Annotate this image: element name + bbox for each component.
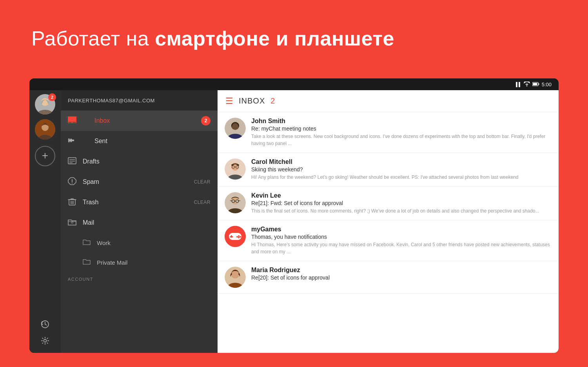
nav-sub-item-private-mail[interactable]: Private Mail <box>61 253 218 272</box>
work-folder-icon <box>83 239 94 247</box>
work-label: Work <box>97 240 111 246</box>
trash-label: Trash <box>83 199 194 206</box>
add-account-button[interactable]: + <box>35 146 55 166</box>
svg-rect-23 <box>71 222 73 223</box>
time-display: 5:00 <box>542 82 552 87</box>
avatar-col-bottom <box>41 320 49 353</box>
trash-clear[interactable]: CLEAR <box>194 200 211 205</box>
email-sender-3: myGames <box>251 226 552 233</box>
email-sender-1: Carol Mitchell <box>251 158 552 165</box>
nav-panel: PARKERTHOMAS87@GMAIL.COM <box>61 90 218 353</box>
svg-point-17 <box>72 183 73 184</box>
account-section-header: ACCOUNT <box>61 272 218 284</box>
mail-label: Mail <box>83 219 211 226</box>
inbox-label: Inbox <box>94 117 201 124</box>
top-banner: Работает на смартфоне и планшете <box>0 0 588 76</box>
email-preview-3: Hi Thomas, Here's some activity you may … <box>251 241 552 255</box>
nav-list: Inbox 2 <box>61 111 218 353</box>
svg-point-48 <box>236 236 238 238</box>
email-content-2: Kevin Lee Re[21]: Fwd: Set of icons for … <box>251 192 552 214</box>
private-mail-folder-icon <box>83 258 94 266</box>
email-content-0: John Smith Re: myChat meeting notes Take… <box>251 118 552 147</box>
svg-point-47 <box>238 237 240 238</box>
device-frame: ▌▌ 5:00 <box>29 78 559 353</box>
status-bar: ▌▌ 5:00 <box>29 78 559 90</box>
drafts-label: Drafts <box>83 158 211 165</box>
email-item-4[interactable]: Maria Rodriguez Re[20]: Set of icons for… <box>218 261 559 294</box>
nav-item-mail[interactable]: Mail <box>61 213 218 233</box>
svg-point-36 <box>232 200 235 203</box>
trash-icon <box>68 197 80 208</box>
email-item-2[interactable]: Kevin Lee Re[21]: Fwd: Set of icons for … <box>218 187 559 220</box>
spam-clear[interactable]: CLEAR <box>194 179 211 185</box>
email-avatar-2 <box>225 192 246 213</box>
sent-label: Sent <box>94 138 211 145</box>
email-avatar-3 <box>225 226 246 247</box>
email-preview-2: This is the final set of icons. No more … <box>251 207 552 214</box>
email-sender-0: John Smith <box>251 118 552 125</box>
email-sender-4: Maria Rodriguez <box>251 267 552 274</box>
nav-sub-item-work[interactable]: Work <box>61 233 218 253</box>
email-item-3[interactable]: myGames Thomas, you have notifications H… <box>218 220 559 261</box>
email-sender-2: Kevin Lee <box>251 192 552 199</box>
email-subject-0: Re: myChat meeting notes <box>251 125 552 132</box>
svg-point-37 <box>236 200 239 203</box>
private-mail-label: Private Mail <box>97 259 127 266</box>
email-subject-3: Thomas, you have notifications <box>251 234 552 240</box>
inbox-envelope-icon <box>68 117 80 125</box>
email-subject-4: Re[20]: Set of icons for approval <box>251 274 552 281</box>
nav-item-sent[interactable]: Sent <box>61 131 218 151</box>
email-avatar-0 <box>225 118 246 139</box>
email-content-4: Maria Rodriguez Re[20]: Set of icons for… <box>251 267 552 282</box>
sent-arrow-icon <box>68 137 80 145</box>
spam-icon <box>68 177 80 187</box>
email-preview-0: Take a look at these screens. New cool b… <box>251 133 552 147</box>
wifi-icon <box>524 82 530 87</box>
email-content-3: myGames Thomas, you have notifications H… <box>251 226 552 255</box>
email-panel: ☰ INBOX 2 <box>218 90 559 353</box>
battery-icon <box>532 82 539 87</box>
email-subject-2: Re[21]: Fwd: Set of icons for approval <box>251 200 552 206</box>
plus-icon: + <box>42 150 48 161</box>
nav-item-trash[interactable]: Trash CLEAR <box>61 192 218 213</box>
nav-item-spam[interactable]: Spam CLEAR <box>61 172 218 192</box>
email-preview-1: Hi! Any plans for the weekend? Let's go … <box>251 174 552 181</box>
email-subject-1: Skiing this weekend? <box>251 166 552 173</box>
mail-folder-icon <box>68 218 80 227</box>
svg-point-46 <box>240 236 241 238</box>
email-avatar-4 <box>225 267 246 288</box>
email-avatar-1 <box>225 158 246 180</box>
unread-badge: 2 <box>48 93 56 101</box>
account-header: PARKERTHOMAS87@GMAIL.COM <box>61 90 218 111</box>
spam-label: Spam <box>83 178 194 185</box>
inbox-title: INBOX <box>239 96 265 105</box>
inbox-badge: 2 <box>201 116 211 125</box>
svg-rect-1 <box>538 83 539 85</box>
signal-icon: ▌▌ <box>516 82 521 87</box>
history-icon[interactable] <box>41 320 49 331</box>
email-list: John Smith Re: myChat meeting notes Take… <box>218 112 559 353</box>
app-content: 2 + <box>29 90 559 353</box>
svg-point-45 <box>238 235 240 237</box>
email-item-1[interactable]: Carol Mitchell Skiing this weekend? Hi! … <box>218 153 559 187</box>
primary-avatar-wrap[interactable]: 2 <box>35 94 55 114</box>
svg-point-9 <box>44 340 47 342</box>
inbox-unread-count: 2 <box>270 96 275 105</box>
svg-rect-44 <box>230 236 233 238</box>
nav-item-inbox[interactable]: Inbox 2 <box>61 111 218 131</box>
banner-text: Работает на смартфоне и планшете <box>31 27 394 50</box>
settings-icon[interactable] <box>41 336 49 347</box>
email-item-0[interactable]: John Smith Re: myChat meeting notes Take… <box>218 112 559 153</box>
drafts-icon <box>68 157 80 166</box>
nav-item-drafts[interactable]: Drafts <box>61 151 218 172</box>
email-content-1: Carol Mitchell Skiing this weekend? Hi! … <box>251 158 552 181</box>
svg-rect-2 <box>533 83 537 85</box>
account-email: PARKERTHOMAS87@GMAIL.COM <box>68 98 155 104</box>
avatar-column: 2 + <box>29 90 61 353</box>
email-panel-header: ☰ INBOX 2 <box>218 90 559 112</box>
svg-point-51 <box>231 271 239 278</box>
secondary-avatar[interactable] <box>35 119 55 140</box>
hamburger-icon[interactable]: ☰ <box>225 96 233 106</box>
